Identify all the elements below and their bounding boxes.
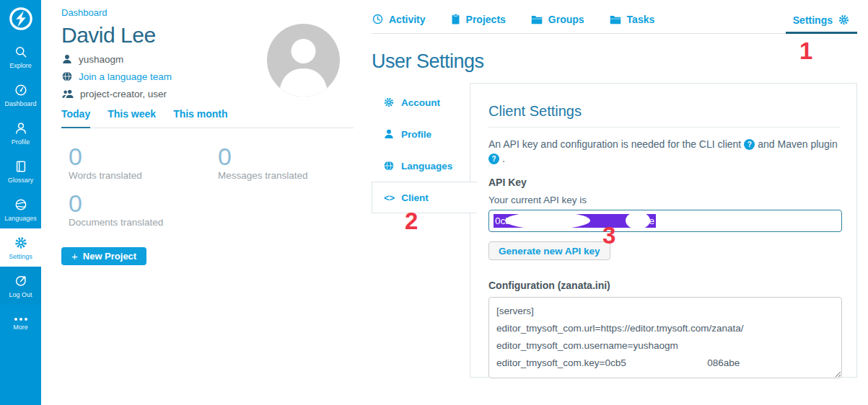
gear-icon bbox=[14, 236, 28, 250]
logout-icon bbox=[14, 274, 28, 288]
client-settings-description: An API key and configuration is needed f… bbox=[488, 138, 841, 164]
clipboard-icon bbox=[450, 13, 461, 25]
client-settings-title: Client Settings bbox=[488, 103, 841, 120]
dashboard-tab-bar: Activity Projects Groups Tasks Settings bbox=[372, 0, 857, 34]
maven-plugin-help-icon[interactable]: ? bbox=[488, 153, 499, 164]
generate-api-key-button[interactable]: Generate new API key bbox=[488, 241, 610, 260]
tab-tasks[interactable]: Tasks bbox=[609, 13, 655, 25]
translation-stats: 0 Words translated 0 Messages translated… bbox=[69, 144, 357, 228]
sidebar-item-label: Languages bbox=[4, 215, 37, 222]
tab-this-month[interactable]: This month bbox=[173, 108, 227, 128]
page-title: User Settings bbox=[372, 50, 484, 73]
stat-words-translated: 0 Words translated bbox=[69, 144, 218, 181]
zanata-dashboard-page: Explore Dashboard Profile Glossary Langu bbox=[0, 0, 868, 405]
sidebar-item-explore[interactable]: Explore bbox=[0, 37, 41, 76]
sidebar-item-label: Settings bbox=[9, 253, 32, 260]
person-icon bbox=[61, 53, 73, 65]
redaction-blob bbox=[505, 212, 590, 229]
book-icon bbox=[14, 159, 28, 174]
stat-messages-translated: 0 Messages translated bbox=[218, 144, 357, 181]
description-text: . bbox=[502, 153, 505, 164]
globe-icon bbox=[61, 71, 73, 82]
code-icon: <> bbox=[384, 192, 395, 203]
ellipsis-icon bbox=[14, 318, 27, 321]
gear-icon bbox=[838, 14, 850, 26]
new-project-label: New Project bbox=[83, 251, 136, 262]
stat-value: 0 bbox=[69, 144, 218, 169]
zanata-logo-icon bbox=[9, 6, 33, 31]
stat-label: Words translated bbox=[69, 170, 218, 181]
sidebar-item-profile[interactable]: Profile bbox=[0, 114, 41, 152]
annotation-step-1: 1 bbox=[799, 37, 812, 65]
api-key-selected-text: 0cb5 be bbox=[494, 214, 656, 228]
description-text: and Maven plugin bbox=[758, 138, 838, 150]
stat-label: Documents translated bbox=[69, 217, 218, 228]
globe-icon bbox=[383, 160, 395, 172]
search-icon bbox=[14, 45, 28, 59]
settings-nav-account-label: Account bbox=[401, 97, 440, 108]
cli-client-help-icon[interactable]: ? bbox=[744, 139, 755, 150]
stat-value: 0 bbox=[69, 191, 218, 215]
zanata-logo[interactable] bbox=[0, 0, 41, 37]
api-key-caption: Your current API key is bbox=[488, 195, 841, 205]
sidebar-item-label: Explore bbox=[9, 62, 32, 69]
api-key-heading: API Key bbox=[488, 177, 841, 188]
gear-icon bbox=[383, 97, 395, 108]
tab-activity-label: Activity bbox=[389, 14, 426, 25]
sidebar-item-label: Log Out bbox=[9, 291, 32, 298]
tab-groups[interactable]: Groups bbox=[530, 13, 584, 25]
tab-projects-label: Projects bbox=[466, 14, 506, 25]
roles-text: project-creator, user bbox=[80, 89, 167, 99]
redaction-blob bbox=[626, 212, 650, 229]
users-icon bbox=[61, 88, 74, 99]
sidebar-item-dashboard[interactable]: Dashboard bbox=[0, 76, 41, 114]
settings-nav-profile[interactable]: Profile bbox=[372, 118, 476, 150]
sidebar-item-more[interactable]: More bbox=[0, 305, 41, 343]
sidebar-item-settings[interactable]: Settings bbox=[0, 228, 41, 267]
sidebar-item-label: Dashboard bbox=[4, 100, 36, 107]
sidebar-item-glossary[interactable]: Glossary bbox=[0, 152, 41, 190]
tab-groups-label: Groups bbox=[548, 14, 584, 25]
tab-this-week[interactable]: This week bbox=[108, 108, 156, 128]
activity-period-tabs: Today This week This month bbox=[61, 108, 354, 128]
new-project-button[interactable]: + New Project bbox=[61, 247, 146, 265]
folder-icon bbox=[530, 14, 543, 25]
dashboard-gauge-icon bbox=[14, 83, 28, 97]
stat-label: Messages translated bbox=[218, 170, 357, 181]
stat-documents-translated: 0 Documents translated bbox=[69, 191, 218, 228]
configuration-heading: Configuration (zanata.ini) bbox=[488, 280, 841, 291]
avatar bbox=[267, 24, 340, 97]
settings-nav-languages-label: Languages bbox=[401, 161, 452, 172]
tab-today[interactable]: Today bbox=[61, 108, 90, 128]
tab-projects[interactable]: Projects bbox=[450, 13, 506, 25]
api-key-input[interactable]: 0cb5 be bbox=[488, 210, 842, 232]
stat-value: 0 bbox=[218, 144, 357, 169]
breadcrumb-dashboard-link[interactable]: Dashboard bbox=[61, 7, 108, 18]
description-text: An API key and configuration is needed f… bbox=[488, 138, 741, 150]
join-language-team-label: Join a language team bbox=[79, 71, 172, 82]
person-icon bbox=[383, 128, 395, 140]
tab-tasks-label: Tasks bbox=[627, 14, 655, 25]
settings-nav-profile-label: Profile bbox=[401, 129, 431, 140]
zanata-ini-textarea[interactable]: [servers] editor_tmysoft_com.url=https:/… bbox=[488, 297, 842, 378]
person-icon bbox=[14, 121, 28, 135]
sidebar-item-label: Glossary bbox=[8, 177, 34, 184]
settings-nav-account[interactable]: Account bbox=[372, 86, 476, 118]
settings-nav: Account Profile Languages <> Client bbox=[372, 86, 476, 213]
annotation-step-2: 2 bbox=[405, 208, 418, 235]
plus-icon: + bbox=[71, 250, 78, 262]
tab-activity[interactable]: Activity bbox=[372, 13, 426, 25]
tab-settings[interactable]: Settings bbox=[786, 8, 857, 34]
folder-icon bbox=[609, 14, 622, 25]
settings-nav-client-label: Client bbox=[401, 192, 429, 203]
app-sidebar: Explore Dashboard Profile Glossary Langu bbox=[0, 0, 41, 405]
username-text: yushaogm bbox=[79, 54, 123, 65]
globe-icon bbox=[14, 197, 28, 212]
settings-nav-languages[interactable]: Languages bbox=[372, 150, 476, 182]
sidebar-item-languages[interactable]: Languages bbox=[0, 190, 41, 228]
sidebar-item-logout[interactable]: Log Out bbox=[0, 267, 41, 305]
settings-nav-client[interactable]: <> Client bbox=[372, 182, 477, 213]
annotation-step-3: 3 bbox=[602, 222, 615, 249]
section-divider bbox=[488, 127, 841, 128]
clock-icon bbox=[372, 13, 384, 25]
